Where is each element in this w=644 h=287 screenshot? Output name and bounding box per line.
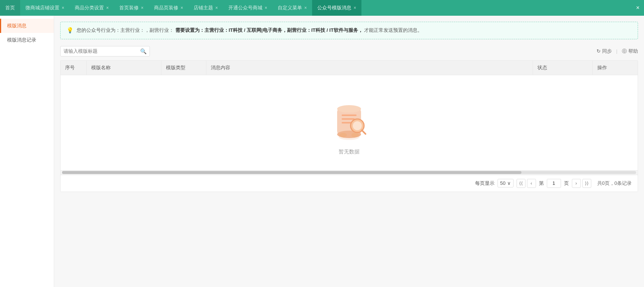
notice-highlight: 需要设置为：主营行业：IT科技 / 互联网|电子商务，副营行业：IT科技 / I… <box>175 27 363 33</box>
tab-close-homepage[interactable]: × <box>141 5 144 10</box>
page-size-value: 50 <box>500 180 505 186</box>
search-box: 🔍 <box>60 46 150 57</box>
empty-state: 暂无数据 <box>61 75 638 170</box>
next-page-button[interactable]: › <box>572 179 581 188</box>
nav-tab-category[interactable]: 商品分类设置 × <box>70 0 114 16</box>
nav-tab-open-shop[interactable]: 开通公众号商城 × <box>223 0 272 16</box>
tab-close-open-shop[interactable]: × <box>265 5 267 10</box>
tab-close-custom-menu[interactable]: × <box>304 5 307 10</box>
pagination: 每页显示 50 ∨ ⟨⟨ ‹ 第 页 › ⟩⟩ 共0页，0条记录 <box>61 175 638 192</box>
main-content: 💡 您的公众号行业为：主营行业：，副营行业： 需要设置为：主营行业：IT科技 /… <box>54 16 644 287</box>
col-content: 消息内容 <box>206 61 533 75</box>
help-button[interactable]: ⓪ 帮助 <box>622 48 638 55</box>
tab-close-category[interactable]: × <box>106 5 109 10</box>
page-label: 第 <box>539 180 544 187</box>
top-nav: 首页微商城店铺设置 ×商品分类设置 ×首页装修 ×商品页装修 ×店铺主题 ×开通… <box>0 0 644 16</box>
svg-point-2 <box>337 105 361 113</box>
empty-text: 暂无数据 <box>339 149 360 155</box>
help-label: 帮助 <box>628 48 638 55</box>
col-index: 序号 <box>61 61 87 75</box>
tab-close-product-page[interactable]: × <box>181 5 183 10</box>
svg-line-9 <box>362 130 366 134</box>
svg-point-10 <box>339 133 347 137</box>
nav-tab-custom-menu[interactable]: 自定义菜单 × <box>272 0 312 16</box>
nav-tab-wechat-store[interactable]: 微商城店铺设置 × <box>20 0 70 16</box>
help-icon: ⓪ <box>622 48 627 55</box>
page-number-input[interactable] <box>547 179 561 188</box>
nav-tab-store-theme[interactable]: 店铺主题 × <box>188 0 223 16</box>
main-layout: 模版消息模版消息记录 💡 您的公众号行业为：主营行业：，副营行业： 需要设置为：… <box>0 16 644 287</box>
first-page-button[interactable]: ⟨⟨ <box>517 179 526 188</box>
page-size-select[interactable]: 50 ∨ <box>497 179 513 187</box>
scrollbar-thumb[interactable] <box>62 171 521 174</box>
sync-button[interactable]: ↻ 同步 <box>597 48 612 55</box>
svg-point-8 <box>353 121 362 130</box>
last-page-button[interactable]: ⟩⟩ <box>582 179 591 188</box>
nav-tab-product-page[interactable]: 商品页装修 × <box>149 0 188 16</box>
notice-prefix: 您的公众号行业为：主营行业：，副营行业： <box>77 27 174 33</box>
sync-label: 同步 <box>602 48 612 55</box>
page-navigation: ⟨⟨ ‹ 第 页 › ⟩⟩ <box>517 179 591 188</box>
svg-rect-4 <box>342 115 357 116</box>
sidebar: 模版消息模版消息记录 <box>0 16 54 287</box>
col-name: 模版名称 <box>87 61 161 75</box>
toolbar-right: ↻ 同步 | ⓪ 帮助 <box>597 48 638 55</box>
page-unit: 页 <box>564 180 569 187</box>
window-close-button[interactable]: × <box>636 4 640 11</box>
svg-point-11 <box>351 133 359 137</box>
empty-illustration <box>327 98 372 143</box>
notice-suffix: 才能正常发送预置的消息。 <box>364 27 422 33</box>
sidebar-item-template-msg-log[interactable]: 模版消息记录 <box>0 33 54 47</box>
nav-tab-template-msg[interactable]: 公众号模版消息 × <box>312 0 361 16</box>
scrollbar-track[interactable] <box>62 171 636 174</box>
horizontal-scrollbar[interactable] <box>61 170 638 175</box>
tab-close-template-msg[interactable]: × <box>354 5 356 10</box>
toolbar: 🔍 ↻ 同步 | ⓪ 帮助 <box>60 46 638 57</box>
divider: | <box>616 48 617 54</box>
prev-page-button[interactable]: ‹ <box>527 179 536 188</box>
notice-icon: 💡 <box>67 27 74 34</box>
notice-box: 💡 您的公众号行业为：主营行业：，副营行业： 需要设置为：主营行业：IT科技 /… <box>60 22 638 39</box>
search-input[interactable] <box>64 48 140 54</box>
table-header: 序号 模版名称 模版类型 消息内容 状态 操作 <box>61 61 638 75</box>
col-type: 模版类型 <box>161 61 206 75</box>
tab-close-store-theme[interactable]: × <box>215 5 218 10</box>
tab-close-wechat-store[interactable]: × <box>62 5 64 10</box>
page-size-label: 每页显示 <box>475 180 494 187</box>
nav-tab-home[interactable]: 首页 <box>0 0 20 16</box>
search-icon[interactable]: 🔍 <box>140 48 147 54</box>
col-action: 操作 <box>593 61 638 75</box>
notice-text: 您的公众号行业为：主营行业：，副营行业： 需要设置为：主营行业：IT科技 / 互… <box>77 27 422 34</box>
svg-rect-5 <box>342 118 355 120</box>
sidebar-item-template-msg[interactable]: 模版消息 <box>0 19 54 33</box>
data-table: 序号 模版名称 模版类型 消息内容 状态 操作 <box>60 60 638 192</box>
page-total: 共0页，0条记录 <box>597 180 632 187</box>
sync-icon: ↻ <box>597 48 601 54</box>
nav-tab-homepage[interactable]: 首页装修 × <box>114 0 149 16</box>
page-size-dropdown-icon: ∨ <box>507 180 511 186</box>
col-status: 状态 <box>533 61 593 75</box>
